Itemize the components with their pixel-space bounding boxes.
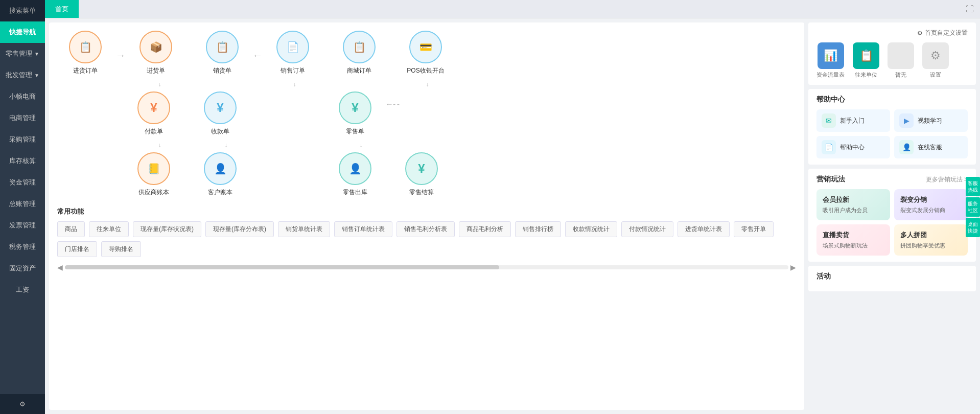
float-btn-hotline[interactable]: 客服 热线 — [966, 177, 980, 196]
flow-node-customer-ledger[interactable]: 👤 客户账本 — [192, 152, 248, 197]
sidebar-item-invoice[interactable]: 发票管理 — [0, 215, 45, 236]
sidebar-item-tax[interactable]: 税务管理 — [0, 236, 45, 258]
quick-icon-settings[interactable]: ⚙ 设置 — [922, 42, 949, 79]
help-item-online-service[interactable]: 👤 在线客服 — [894, 136, 968, 158]
supplier-ledger-icon[interactable]: 📒 — [137, 152, 170, 185]
help-title: 帮助中心 — [816, 95, 968, 104]
func-btn-partners[interactable]: 往来单位 — [89, 221, 129, 237]
scrollbar-thumb — [65, 265, 499, 269]
marketing-member[interactable]: 会员拉新 吸引用户成为会员 — [816, 189, 890, 220]
func-btn-purchase-stat[interactable]: 进货单统计表 — [678, 221, 730, 237]
function-buttons: 商品 往来单位 现存量(库存状况表) 现存量(库存分布表) 销货单统计表 销售订… — [57, 221, 796, 257]
arrow-down-payment: ↓ — [137, 140, 182, 150]
sidebar-item-wholesale[interactable]: 批发管理 ▼ — [0, 64, 45, 86]
purchase-order-icon[interactable]: 📋 — [69, 31, 102, 63]
marketing-header: 营销玩法 更多营销玩法 > — [816, 175, 968, 184]
func-btn-order-stat[interactable]: 销售订单统计表 — [334, 221, 392, 237]
func-btn-stock-status[interactable]: 现存量(库存状况表) — [133, 221, 201, 237]
customize-settings[interactable]: ⚙ 首页自定义设置 — [816, 29, 968, 37]
flow-node-supplier-ledger[interactable]: 📒 供应商账本 — [126, 152, 182, 197]
marketing-distribution[interactable]: 裂变分销 裂变式发展分销商 — [894, 189, 968, 220]
flow-node-purchase-order[interactable]: 📋 进货订单 — [57, 31, 113, 75]
sidebar-item-assets[interactable]: 固定资产 — [0, 258, 45, 279]
pos-icon[interactable]: 💳 — [409, 31, 442, 63]
floating-buttons: 客服 热线 服务 社区 桌面 快捷 — [966, 177, 980, 237]
func-btn-sales-stat[interactable]: 销货单统计表 — [278, 221, 330, 237]
quick-icon-empty: 暂无 — [888, 42, 914, 79]
help-item-beginner[interactable]: ✉ 新手入门 — [816, 109, 890, 132]
sidebar-item-purchase[interactable]: 采购管理 — [0, 129, 45, 150]
func-btn-product[interactable]: 商品 — [57, 221, 85, 237]
quick-icons-row: 📊 资金流量表 📋 往来单位 暂无 ⚙ 设置 — [816, 42, 968, 79]
func-btn-payment-stat[interactable]: 付款情况统计 — [621, 221, 673, 237]
sales-icon[interactable]: 📋 — [206, 31, 239, 63]
flow-node-payment[interactable]: ¥ 付款单 — [126, 91, 182, 136]
arrow-down-purchase: ↓ — [137, 79, 182, 89]
sales-order-icon[interactable]: 📄 — [276, 31, 309, 63]
arrow-down-pos: ↓ — [405, 79, 450, 89]
scrollbar-track[interactable] — [65, 265, 788, 269]
sidebar-item-retail[interactable]: 零售管理 ▼ — [0, 43, 45, 64]
marketing-more[interactable]: 更多营销玩法 > — [926, 175, 968, 184]
cashflow-icon: 📊 — [818, 42, 844, 69]
func-btn-guide-rank[interactable]: 导购排名 — [101, 241, 141, 257]
sidebar-item-ecommerce-mgmt[interactable]: 电商管理 — [0, 107, 45, 129]
beginner-icon: ✉ — [822, 113, 836, 128]
func-btn-receipt-stat[interactable]: 收款情况统计 — [565, 221, 617, 237]
flow-node-sales-order[interactable]: 📄 销售订单 — [265, 31, 321, 75]
sidebar-item-inventory[interactable]: 库存核算 — [0, 150, 45, 172]
flow-node-receipt[interactable]: ¥ 收款单 — [192, 91, 248, 136]
float-btn-desktop[interactable]: 桌面 快捷 — [966, 218, 980, 237]
func-btn-sales-rank[interactable]: 销售排行榜 — [515, 221, 561, 237]
top-tabs: 首页 ⛶ — [45, 0, 980, 18]
sidebar-item-salary[interactable]: 工资 — [0, 279, 45, 301]
flow-node-mall-order[interactable]: 📋 商城订单 — [331, 31, 387, 75]
flow-node-sales[interactable]: 📋 销货单 — [194, 31, 250, 75]
sidebar-settings[interactable]: ⚙ — [0, 394, 45, 414]
quick-icon-cashflow[interactable]: 📊 资金流量表 — [816, 42, 845, 79]
func-btn-gross-profit[interactable]: 销售毛利分析表 — [396, 221, 455, 237]
customer-ledger-icon[interactable]: 👤 — [204, 152, 237, 185]
horizontal-scrollbar: ◀ ▶ — [57, 263, 796, 271]
partners-icon: 📋 — [853, 42, 879, 69]
content-row: 📋 进货订单 → 📦 进货单 📋 — [45, 18, 980, 414]
flow-node-purchase[interactable]: 📦 进货单 — [128, 31, 184, 75]
payment-icon[interactable]: ¥ — [137, 91, 170, 124]
flow-node-pos[interactable]: 💳 POS收银开台 — [398, 31, 454, 75]
sidebar-item-finance[interactable]: 资金管理 — [0, 172, 45, 193]
retail-out-icon[interactable]: 👤 — [339, 152, 371, 185]
scroll-right-btn[interactable]: ▶ — [790, 263, 796, 271]
func-btn-product-profit[interactable]: 商品毛利分析 — [459, 221, 511, 237]
help-item-help-center[interactable]: 📄 帮助中心 — [816, 136, 890, 158]
float-btn-community[interactable]: 服务 社区 — [966, 197, 980, 217]
scroll-left-btn[interactable]: ◀ — [57, 263, 63, 271]
common-functions: 常用功能 商品 往来单位 现存量(库存状况表) 现存量(库存分布表) 销货单统计… — [57, 207, 796, 271]
expand-icon[interactable]: ⛶ — [960, 1, 980, 18]
tab-home[interactable]: 首页 — [45, 0, 79, 18]
marketing-section: 营销玩法 更多营销玩法 > 会员拉新 吸引用户成为会员 裂变分销 裂变式发展分销… — [808, 169, 976, 262]
flow-node-retail-out[interactable]: 👤 零售出库 — [327, 152, 383, 197]
sidebar-item-ledger[interactable]: 总账管理 — [0, 193, 45, 215]
help-item-video[interactable]: ▶ 视频学习 — [894, 109, 968, 132]
flow-node-retail-settle[interactable]: ¥ 零售结算 — [393, 152, 450, 197]
mall-order-icon[interactable]: 📋 — [343, 31, 376, 63]
purchase-icon[interactable]: 📦 — [139, 31, 172, 63]
wholesale-arrow-icon: ▼ — [34, 73, 39, 78]
flow-node-retail[interactable]: ¥ 零售单 — [327, 91, 383, 136]
marketing-live[interactable]: 直播卖货 场景式购物新玩法 — [816, 224, 890, 256]
receipt-icon[interactable]: ¥ — [204, 91, 237, 124]
func-btn-stock-dist[interactable]: 现存量(库存分布表) — [205, 221, 274, 237]
sidebar-item-ecommerce-small[interactable]: 小畅电商 — [0, 86, 45, 107]
marketing-group-buy[interactable]: 多人拼团 拼团购物享受优惠 — [894, 224, 968, 256]
marketing-grid: 会员拉新 吸引用户成为会员 裂变分销 裂变式发展分销商 直播卖货 场景式购物新玩… — [816, 189, 968, 256]
arrow-so-s: ← — [250, 39, 265, 72]
retail-settle-icon[interactable]: ¥ — [405, 152, 438, 185]
retail-icon[interactable]: ¥ — [339, 91, 371, 124]
activity-section: 活动 — [808, 266, 976, 291]
sidebar-search[interactable]: 搜索菜单 — [0, 0, 45, 21]
func-btn-retail-order[interactable]: 零售开单 — [734, 221, 774, 237]
quick-icon-partners[interactable]: 📋 往来单位 — [853, 42, 879, 79]
sidebar-nav[interactable]: 快捷导航 — [0, 21, 45, 43]
func-btn-store-rank[interactable]: 门店排名 — [57, 241, 97, 257]
main-panel: 📋 进货订单 → 📦 进货单 📋 — [49, 22, 804, 410]
